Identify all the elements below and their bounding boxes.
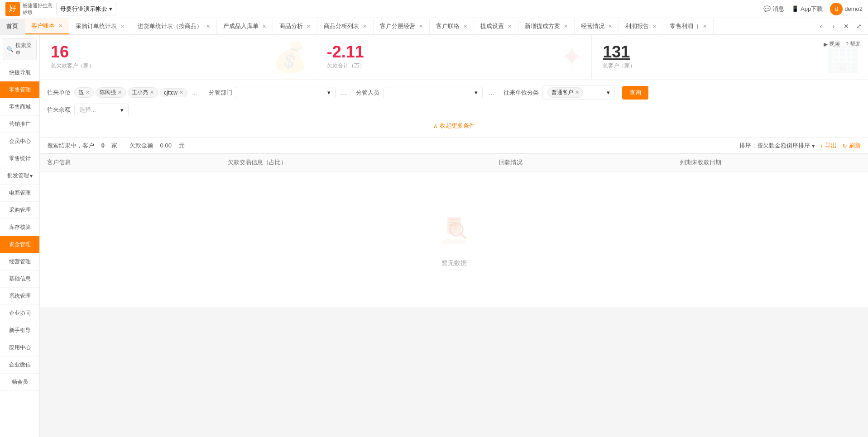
unit-filter-more[interactable]: ...	[189, 88, 200, 97]
close-tab-cost-entry[interactable]: ✕	[262, 24, 266, 29]
message-btn[interactable]: 💬 消息	[763, 5, 784, 13]
sidebar-item-marketing[interactable]: 营销推广	[0, 116, 39, 133]
remove-unit-tag-4[interactable]: ✕	[179, 90, 183, 95]
video-btn[interactable]: ▶ 视频	[824, 40, 840, 48]
sidebar-search-area: 🔍 搜索菜单	[0, 35, 39, 64]
sidebar-item-enterprise-coop[interactable]: 企业协同	[0, 305, 39, 322]
close-tab-business-status[interactable]: ✕	[608, 24, 612, 29]
sidebar-item-enterprise-wechat[interactable]: 企业微信	[0, 356, 39, 374]
chevron-up-icon: ∧	[433, 123, 438, 129]
close-tab-product-analysis[interactable]: ✕	[307, 24, 311, 29]
tab-purchase-stats[interactable]: 进货单统计表（按商品） ✕	[131, 19, 217, 34]
svg-rect-4	[449, 224, 458, 226]
remove-category-tag-1[interactable]: ✕	[575, 90, 579, 95]
export-btn[interactable]: ↑ 导出	[820, 142, 837, 150]
sidebar-item-system-mgmt[interactable]: 系统管理	[0, 288, 39, 305]
sidebar-item-member-plus[interactable]: 畅会员	[0, 374, 39, 391]
balance-filter-select[interactable]: 选择... ▾	[74, 104, 129, 116]
collapse-btn[interactable]: ∧ 收起更多条件	[430, 120, 479, 132]
filter-row-1: 往来单位 伍 ✕ 陈民强 ✕ 王小亮 ✕ cjttcw	[47, 85, 861, 100]
tab-customer-balance[interactable]: 客户账本 ✕	[25, 18, 69, 34]
remove-unit-tag-2[interactable]: ✕	[118, 90, 122, 95]
sidebar-item-retail-stats[interactable]: 零售统计	[0, 150, 39, 167]
data-table: 客户信息 欠款交易信息（占比） 回款情况 到期未收款日期	[40, 154, 868, 307]
sidebar-item-retail-mgmt[interactable]: 零售管理	[0, 81, 39, 99]
remove-unit-tag-3[interactable]: ✕	[150, 90, 154, 95]
tab-mention-settings[interactable]: 提成设置 ✕	[474, 19, 518, 34]
remove-unit-tag-1[interactable]: ✕	[86, 90, 90, 95]
query-btn[interactable]: 查询	[622, 86, 648, 100]
results-bar: 搜索结果中，客户 0 家 欠款金额 0.00 元 排序：按欠款金额倒序排序 ▾ …	[40, 138, 868, 154]
filters-area: 往来单位 伍 ✕ 陈民强 ✕ 王小亮 ✕ cjttcw	[40, 80, 868, 137]
person-filter-label: 分管人员	[356, 89, 379, 97]
close-tab-product-analysis-list[interactable]: ✕	[363, 24, 367, 29]
tab-business-status[interactable]: 经营情况 ✕	[575, 19, 619, 34]
workspace-selector[interactable]: 母婴行业演示帐套 ▾	[56, 3, 116, 15]
stat-value-customers: 16	[51, 44, 305, 60]
sidebar-item-retail-shop[interactable]: 零售商城	[0, 99, 39, 116]
main-layout: 🔍 搜索菜单 快捷导航 零售管理 零售商城 营销推广 会员中心 零售统计 批发管…	[0, 35, 868, 437]
sidebar-item-batch-mgmt[interactable]: 批发管理 ▾	[0, 167, 39, 185]
nav-close-all-btn[interactable]: ✕	[841, 21, 852, 32]
sort-select[interactable]: 排序：按欠款金额倒序排序 ▾	[739, 142, 815, 150]
close-tab-purchase-stats[interactable]: ✕	[206, 24, 210, 29]
tab-customer-segment[interactable]: 客户分层经营 ✕	[374, 19, 430, 34]
empty-illustration	[434, 208, 475, 248]
close-tab-retail-profit[interactable]: ✕	[703, 24, 707, 29]
sidebar-item-ecommerce[interactable]: 电商管理	[0, 185, 39, 202]
svg-line-6	[461, 234, 465, 238]
close-tab-profit-report[interactable]: ✕	[652, 24, 657, 29]
sidebar-item-app-center[interactable]: 应用中心	[0, 339, 39, 356]
tab-new-mention[interactable]: 新增提成方案 ✕	[518, 19, 575, 34]
unit-filter-label: 往来单位	[47, 89, 71, 97]
dept-filter-select[interactable]: ▾	[236, 87, 336, 98]
close-tab-customer-segment[interactable]: ✕	[419, 24, 423, 29]
tab-retail-profit[interactable]: 零售利润（ ✕	[663, 19, 714, 34]
sidebar: 🔍 搜索菜单 快捷导航 零售管理 零售商城 营销推广 会员中心 零售统计 批发管…	[0, 35, 40, 437]
tab-product-analysis[interactable]: 商品分析 ✕	[273, 19, 317, 34]
tab-home[interactable]: 首页	[0, 19, 25, 34]
person-filter-dots[interactable]: ...	[488, 89, 494, 97]
sidebar-item-business-mgmt[interactable]: 经营管理	[0, 253, 39, 271]
sort-label: 排序：按欠款金额倒序排序	[739, 142, 810, 150]
table-body: 暂无数据	[40, 171, 868, 307]
chevron-down-icon-5: ▾	[812, 142, 815, 149]
close-tab-purchase-order[interactable]: ✕	[120, 24, 125, 29]
refresh-btn[interactable]: ↻ 刷新	[842, 142, 861, 150]
tab-profit-report[interactable]: 利润报告 ✕	[619, 19, 663, 34]
close-tab-mention-settings[interactable]: ✕	[508, 24, 512, 29]
dept-filter-dots[interactable]: ...	[341, 89, 347, 97]
close-tab-customer-balance[interactable]: ✕	[58, 23, 62, 29]
empty-text: 暂无数据	[441, 259, 467, 267]
col-customer-info: 客户信息	[47, 158, 228, 166]
search-menu-btn[interactable]: 🔍 搜索菜单	[3, 38, 37, 60]
nav-prev-btn[interactable]: ‹	[815, 21, 826, 32]
sidebar-item-new-guide[interactable]: 新手引导	[0, 322, 39, 339]
help-btn[interactable]: ? 帮助	[845, 40, 861, 48]
stat-content-3: 131 总客户（家）	[603, 44, 857, 70]
nav-tabs: 首页 客户账本 ✕ 采购订单统计表 ✕ 进货单统计表（按商品） ✕ 产成品入库单…	[0, 18, 868, 35]
user-area[interactable]: d demo2	[830, 3, 863, 15]
tab-customer-contact[interactable]: 客户联络 ✕	[430, 19, 474, 34]
table-header: 客户信息 欠款交易信息（占比） 回款情况 到期未收款日期	[40, 154, 868, 171]
tab-product-analysis-list[interactable]: 商品分析列表 ✕	[317, 19, 374, 34]
app-download-btn[interactable]: 📱 App下载	[791, 5, 823, 13]
person-filter-select[interactable]: ▾	[383, 87, 483, 98]
sidebar-item-purchase-mgmt[interactable]: 采购管理	[0, 202, 39, 219]
col-repayment: 回款情况	[499, 158, 680, 166]
category-filter-label: 往来单位分类	[504, 89, 539, 97]
nav-next-btn[interactable]: ›	[828, 21, 839, 32]
nav-expand-btn[interactable]: ⤢	[854, 21, 864, 32]
svg-rect-2	[449, 219, 460, 220]
sidebar-item-finance-mgmt[interactable]: 资金管理	[0, 236, 39, 253]
close-tab-new-mention[interactable]: ✕	[564, 24, 568, 29]
sidebar-item-quick-nav[interactable]: 快捷导航	[0, 64, 39, 81]
sidebar-item-inventory[interactable]: 库存核算	[0, 219, 39, 236]
tab-cost-entry[interactable]: 产成品入库单 ✕	[217, 19, 273, 34]
content-area: 💰 16 总欠款客户（家） ✦ -2.11 欠款合计（万） 🏢 131	[40, 35, 868, 437]
category-filter-select[interactable]: 普通客户 ✕ ▾	[542, 85, 615, 100]
close-tab-customer-contact[interactable]: ✕	[463, 24, 467, 29]
sidebar-item-member-center[interactable]: 会员中心	[0, 133, 39, 150]
sidebar-item-basic-info[interactable]: 基础信息	[0, 271, 39, 288]
tab-purchase-order[interactable]: 采购订单统计表 ✕	[69, 19, 131, 34]
